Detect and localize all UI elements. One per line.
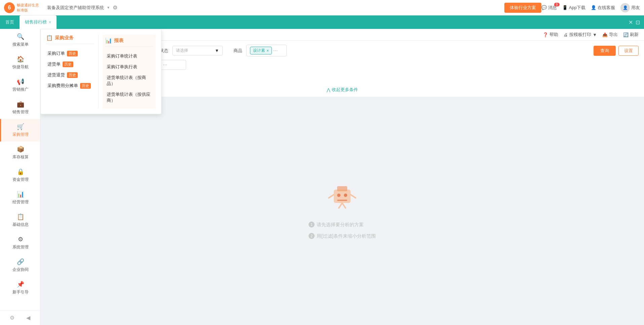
marketing-icon: 📢	[17, 78, 24, 85]
setting-btn[interactable]: 设置	[618, 46, 639, 56]
topbar: 6 畅捷通好生意 标准版 装备及固定资产辅助管理系统 ▼ ⚙ 体验行业方案 💬 …	[0, 0, 644, 15]
empty-icon	[325, 179, 359, 213]
sidebar-item-system[interactable]: ⚙ 系统管理	[0, 232, 40, 254]
receive-badge: 历史	[63, 62, 73, 67]
empty-hint-1: 1 请先选择要分析的方案	[309, 220, 376, 229]
phone-icon: 📱	[562, 5, 568, 10]
system-title: 装备及固定资产辅助管理系统	[47, 5, 104, 11]
menu-item-receive-stat-supplier[interactable]: 进货单统计表（按供应商）	[105, 89, 153, 106]
industry-btn[interactable]: 体验行业方案	[504, 3, 541, 13]
app-download-btn[interactable]: 📱 App下载	[562, 5, 585, 11]
sidebar-collapse-icon[interactable]: ◀	[26, 315, 30, 321]
voucher-status-select[interactable]: 请选择 ▼	[172, 46, 223, 55]
maximize-icon[interactable]: ⊡	[636, 19, 640, 26]
basic-icon: 📋	[17, 213, 24, 220]
tabbar-right-actions: ✕ ⊡	[629, 19, 644, 26]
empty-state: 1 请先选择要分析的方案 2 用[过滤]条件来缩小分析范围	[40, 97, 644, 325]
sidebar-item-search[interactable]: 🔍 搜索菜单	[0, 29, 40, 51]
goods-more-dots[interactable]: ···	[273, 48, 278, 54]
user-avatar: 👤	[620, 3, 630, 12]
logo-text: 畅捷通好生意 标准版	[17, 3, 39, 12]
svg-point-2	[337, 194, 341, 197]
purchase-col-title: 📋 采购业务	[46, 35, 94, 44]
user-btn[interactable]: 👤 用友	[620, 3, 640, 12]
print-btn[interactable]: 🖨 按模板打印 ▼	[564, 32, 597, 38]
content-area: ❓ 帮助 🖨 按模板打印 ▼ 📤 导出 🔄 刷新 日期	[40, 29, 644, 325]
purchase-col-icon: 📋	[46, 35, 53, 41]
online-service-btn[interactable]: 👤 在线客服	[591, 5, 615, 11]
sidebar-item-purchase[interactable]: 🛒 采购管理	[0, 119, 40, 141]
menu-item-purchase-order-exec[interactable]: 采购订单执行表	[105, 62, 153, 72]
tab-sales-rank[interactable]: 销售排行榜 ×	[20, 15, 57, 29]
title-dropdown-arrow[interactable]: ▼	[107, 6, 110, 9]
sidebar-item-basic[interactable]: 📋 基础信息	[0, 209, 40, 232]
svg-rect-1	[337, 186, 347, 191]
system-title-area: 装备及固定资产辅助管理系统 ▼ ⚙	[47, 4, 504, 11]
refresh-icon: 🔄	[623, 32, 629, 37]
menu-item-purchase-receive[interactable]: 进货单 历史	[46, 59, 94, 70]
empty-svg	[325, 179, 359, 213]
tabbar: 首页 销售排行榜 × ✕ ⊡	[0, 15, 644, 29]
sidebar-item-inventory[interactable]: 📦 库存核算	[0, 141, 40, 164]
system-icon: ⚙	[18, 236, 23, 243]
purchase-icon: 🛒	[17, 123, 24, 130]
operation-icon: 📊	[17, 191, 24, 198]
salesperson-dots[interactable]: ···	[163, 62, 167, 68]
query-btn[interactable]: 查询	[594, 46, 616, 56]
sidebar-item-sales[interactable]: 💼 销售管理	[0, 96, 40, 119]
svg-point-3	[344, 194, 347, 197]
menu-item-purchase-return[interactable]: 进货退货 历史	[46, 70, 94, 80]
message-badge: 9	[554, 3, 560, 6]
query-actions: 查询 设置	[594, 46, 639, 56]
close-tab-icon[interactable]: ✕	[629, 19, 633, 26]
inventory-icon: 📦	[17, 146, 24, 153]
tab-home[interactable]: 首页	[0, 15, 20, 29]
goods-label: 商品	[234, 48, 242, 54]
report-col: 📊 报表 采购订单统计表 采购订单执行表 进货单统计表（按商品） 进货单统计表（…	[103, 35, 156, 109]
menu-item-receive-stat-goods[interactable]: 进货单统计表（按商品）	[105, 72, 153, 89]
print-icon: 🖨	[564, 32, 568, 37]
search-icon: 🔍	[17, 33, 24, 40]
tab-close-icon[interactable]: ×	[49, 20, 51, 25]
guide-icon: 📌	[17, 281, 24, 288]
sidebar-item-marketing[interactable]: 📢 营销推广	[0, 74, 40, 96]
export-icon: 📤	[602, 32, 608, 37]
sidebar-item-operation[interactable]: 📊 经营管理	[0, 187, 40, 209]
menu-divider	[98, 35, 99, 109]
sidebar-item-quick-nav[interactable]: 🏠 快捷导航	[0, 51, 40, 74]
purchase-order-badge: 历史	[67, 51, 78, 56]
svg-line-5	[339, 203, 342, 208]
empty-text: 1 请先选择要分析的方案 2 用[过滤]条件来缩小分析范围	[309, 220, 376, 243]
svg-line-7	[329, 195, 334, 198]
svg-rect-4	[337, 200, 347, 201]
enterprise-icon: 🔗	[17, 258, 24, 266]
menu-item-purchase-order[interactable]: 采购订单 历史	[46, 48, 94, 59]
export-btn[interactable]: 📤 导出	[602, 32, 618, 38]
sales-icon: 💼	[17, 100, 24, 108]
empty-hint-2: 2 用[过滤]条件来缩小分析范围	[309, 231, 376, 241]
message-btn[interactable]: 💬 消息 9	[541, 5, 557, 11]
home-icon: 🏠	[17, 55, 24, 63]
finance-icon: 🔒	[17, 168, 24, 175]
menu-item-purchase-order-stat[interactable]: 采购订单统计表	[105, 51, 153, 62]
sidebar-bottom: ⚙ ◀	[0, 310, 40, 325]
help-btn[interactable]: ❓ 帮助	[543, 32, 558, 38]
goods-tag-close[interactable]: ×	[266, 48, 269, 53]
print-arrow: ▼	[593, 32, 597, 37]
sidebar-item-finance[interactable]: 🔒 资金管理	[0, 164, 40, 187]
goods-tag: 设计素 ×	[250, 47, 272, 54]
main-layout: 🔍 搜索菜单 🏠 快捷导航 📢 营销推广 💼 销售管理 🛒 采购管理 📦 库存核…	[0, 29, 644, 325]
sidebar-item-guide[interactable]: 📌 新手引导	[0, 277, 40, 299]
sidebar-item-enterprise[interactable]: 🔗 企业协同	[0, 254, 40, 277]
help-icon: ❓	[543, 32, 548, 37]
settings-icon[interactable]: ⚙	[113, 4, 117, 11]
sidebar-settings-icon[interactable]: ⚙	[10, 315, 14, 321]
logo-icon: 6	[4, 2, 15, 13]
collapse-btn[interactable]: ⋀ 收起更多条件	[327, 87, 358, 93]
goods-input[interactable]: 设计素 × ···	[246, 45, 287, 56]
purchase-col: 📋 采购业务 采购订单 历史 进货单 历史 进货退货 历史	[46, 35, 94, 109]
menu-item-purchase-expense[interactable]: 采购费用分摊单 历史	[46, 80, 94, 91]
report-col-title: 📊 报表	[105, 37, 153, 47]
refresh-btn[interactable]: 🔄 刷新	[623, 32, 639, 38]
logo-area: 6 畅捷通好生意 标准版	[4, 2, 44, 13]
